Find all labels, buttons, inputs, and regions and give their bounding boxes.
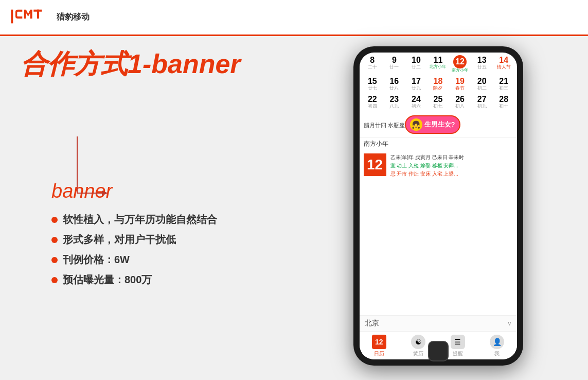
left-panel: 合作方式1-banner banner 软性植入，与万年历功能自然结合 形式多样… — [21, 46, 309, 368]
main-content: 合作方式1-banner banner 软性植入，与万年历功能自然结合 形式多样… — [0, 36, 588, 378]
arrow-diagram — [36, 131, 139, 234]
cal-day: 13 廿五 — [471, 54, 493, 75]
nav-label: 提醒 — [453, 350, 463, 357]
list-item: 预估曝光量：800万 — [51, 273, 309, 287]
cal-day: 24 初六 — [405, 93, 427, 111]
nav-lunar-icon: ☯ — [411, 335, 425, 349]
svg-rect-0 — [11, 9, 13, 23]
logo-area: 猎豹移动 — [10, 7, 90, 28]
cal-day: 22 初四 — [362, 93, 384, 111]
location-text: 北京 — [365, 319, 379, 328]
cal-day: 19 春节 — [449, 75, 471, 93]
cal-day: 8 二十 — [362, 54, 384, 75]
list-item: 形式多样，对用户干扰低 — [51, 233, 309, 247]
nav-me-icon: 👤 — [490, 335, 504, 349]
cal-day: 15 廿七 — [362, 75, 384, 93]
logo-text: 猎豹移动 — [57, 12, 90, 23]
phone-mockup: 8 二十 9 廿一 10 廿二 11 北方小年 — [353, 46, 523, 366]
calendar-grid: 8 二十 9 廿一 10 廿二 11 北方小年 — [360, 53, 517, 112]
cal-day: 26 初八 — [449, 93, 471, 111]
cal-day: 16 廿八 — [383, 75, 405, 93]
banner-ad-area: 腊月廿四 水瓶座 👧 生男生女? — [360, 112, 517, 137]
banner-ad-icon: 👧 — [410, 118, 422, 131]
cal-day: 20 初二 — [471, 75, 493, 93]
cal-day: 23 八九 — [383, 93, 405, 111]
nav-reminder-icon: ☰ — [451, 335, 465, 349]
cal-day: 18 除夕 — [427, 75, 449, 93]
banner-ad-text: 生男生女? — [424, 120, 455, 129]
page-title: 合作方式1-banner — [21, 46, 309, 82]
bullet-dot — [51, 277, 58, 283]
cal-day: 21 初三 — [493, 75, 515, 93]
date-details: 乙未[羊]年 戊寅月 己未日 辛未时 宜 动土 入殓 嫁娶 移柩 安葬... 忌… — [390, 153, 465, 178]
cal-day-today: 12 南方小年 — [449, 54, 471, 75]
logo-icon — [10, 7, 51, 28]
nav-label: 我 — [494, 350, 500, 357]
nav-item-calendar[interactable]: 12 日历 — [360, 332, 399, 359]
cal-day: 28 初十 — [493, 93, 515, 111]
cal-day: 11 北方小年 — [427, 54, 449, 75]
phone-home-button[interactable] — [428, 341, 449, 361]
svg-marker-3 — [102, 191, 108, 196]
detail-date-box: 12 乙未[羊]年 戊寅月 己未日 辛未时 宜 动土 入殓 嫁娶 移柩 安葬..… — [364, 153, 513, 178]
cal-day: 14 情人节 — [493, 54, 515, 75]
phone-screen: 8 二十 9 廿一 10 廿二 11 北方小年 — [360, 53, 517, 359]
bullet-dot — [51, 237, 58, 243]
list-item: 刊例价格：6W — [51, 253, 309, 267]
header: 猎豹移动 — [0, 0, 588, 36]
cal-day: 10 廿二 — [405, 54, 427, 75]
right-panel: 8 二十 9 廿一 10 廿二 11 北方小年 — [309, 46, 567, 368]
detail-area: 12 乙未[羊]年 戊寅月 己未日 辛未时 宜 动土 入殓 嫁娶 移柩 安葬..… — [360, 150, 517, 315]
bullet-dot — [51, 257, 58, 263]
big-date: 12 — [364, 153, 386, 176]
section-title: 南方小年 — [360, 137, 517, 150]
cal-day: 25 初七 — [427, 93, 449, 111]
nav-label: 黄历 — [413, 350, 423, 357]
chevron-down-icon: ∨ — [507, 320, 512, 327]
banner-ad-button[interactable]: 👧 生男生女? — [405, 115, 460, 134]
banner-date-info: 腊月廿四 水瓶座 — [364, 120, 405, 129]
location-bar[interactable]: 北京 ∨ — [360, 315, 517, 331]
nav-item-me[interactable]: 👤 我 — [477, 332, 517, 359]
cal-day: 27 初九 — [471, 93, 493, 111]
cal-day: 9 廿一 — [383, 54, 405, 75]
cal-day: 17 廿九 — [405, 75, 427, 93]
svg-rect-2 — [37, 9, 39, 18]
nav-calendar-icon: 12 — [372, 335, 386, 349]
nav-label: 日历 — [374, 350, 384, 357]
